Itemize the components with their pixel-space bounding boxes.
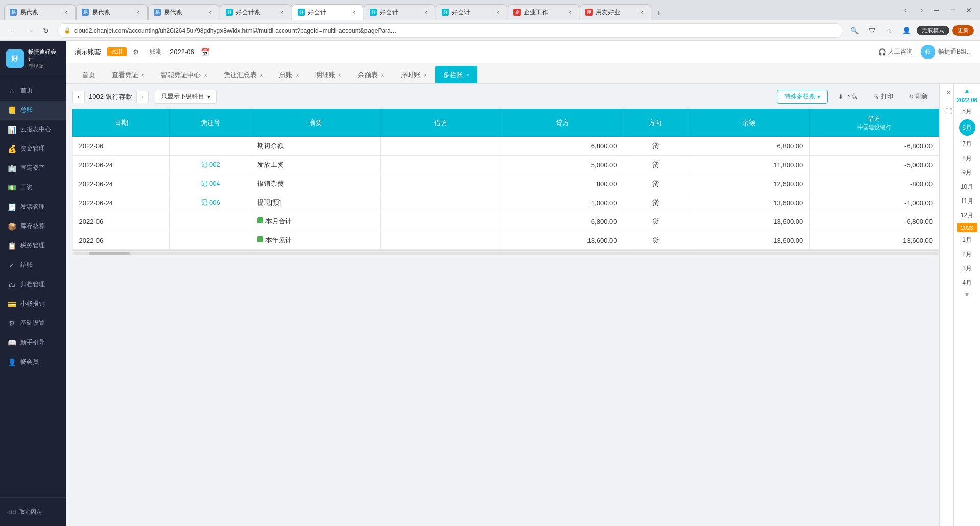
- close-window-button[interactable]: ✕: [962, 3, 976, 17]
- month-item-7月[interactable]: 7月: [956, 137, 978, 151]
- content-tab-home[interactable]: 首页: [75, 66, 103, 83]
- horizontal-scrollbar[interactable]: [72, 250, 939, 256]
- new-tab-button[interactable]: +: [652, 6, 666, 20]
- month-scroll-up[interactable]: ▲: [960, 86, 974, 96]
- month-item-10月[interactable]: 10月: [956, 180, 978, 193]
- sidebar-item-inventory[interactable]: 📦库存核算: [0, 217, 66, 236]
- content-tab-detail_ledger[interactable]: 明细账×: [308, 66, 349, 83]
- voucher-link[interactable]: 记-006: [201, 198, 220, 206]
- tab-close-button[interactable]: ×: [62, 8, 70, 16]
- tab-close-button[interactable]: ×: [206, 8, 214, 16]
- content-tab-smart_center[interactable]: 智能凭证中心×: [153, 66, 214, 83]
- browser-tab-3[interactable]: 易易代账×: [148, 4, 219, 20]
- month-item-6月[interactable]: 6月: [959, 119, 975, 136]
- voucher-link[interactable]: 记-002: [201, 161, 220, 168]
- tab-close-button[interactable]: ×: [350, 8, 358, 16]
- month-item-12月[interactable]: 12月: [956, 209, 978, 222]
- tab-close-icon[interactable]: ×: [424, 72, 427, 78]
- content-tab-sequence_ledger[interactable]: 序时账×: [393, 66, 434, 83]
- tab-close-icon[interactable]: ×: [381, 72, 384, 78]
- forward-button[interactable]: →: [22, 23, 37, 38]
- voucher-link[interactable]: 记-004: [201, 180, 220, 187]
- unpin-button[interactable]: ◁◁ 取消固定: [0, 503, 66, 521]
- sidebar-item-tax[interactable]: 📋税务管理: [0, 236, 66, 256]
- browser-tab-7[interactable]: 好好会计×: [436, 4, 507, 20]
- minimize-button[interactable]: ─: [929, 3, 943, 17]
- tab-close-button[interactable]: ×: [278, 8, 286, 16]
- sidebar-item-assets[interactable]: 🏢固定资产: [0, 159, 66, 178]
- sidebar-item-closing[interactable]: ✓结账: [0, 256, 66, 275]
- tab-close-icon[interactable]: ×: [141, 72, 144, 78]
- sidebar-item-expense[interactable]: 💳小畅报销: [0, 294, 66, 314]
- maximize-button[interactable]: ▭: [945, 3, 960, 17]
- content-tab-voucher_summary[interactable]: 凭证汇总表×: [216, 66, 271, 83]
- filter-dropdown[interactable]: 只显示下级科目 ▾: [155, 90, 217, 104]
- calendar-icon[interactable]: 📅: [201, 48, 209, 56]
- gear-icon-settings[interactable]: ⚙: [133, 48, 139, 56]
- account-next-button[interactable]: ›: [136, 91, 149, 103]
- tab-close-button[interactable]: ×: [638, 8, 646, 16]
- month-item-8月[interactable]: 8月: [956, 152, 978, 165]
- scrollbar-handle[interactable]: [89, 252, 130, 255]
- sidebar-item-report[interactable]: 📊云报表中心: [0, 120, 66, 139]
- refresh-button[interactable]: ↻ 刷新: [903, 90, 933, 103]
- cell-6: 6,800.00: [688, 137, 810, 156]
- multi-ledger-button[interactable]: 特殊多栏账 ▾: [777, 90, 828, 104]
- browser-tab-8[interactable]: 企企业工作×: [508, 4, 579, 20]
- browser-tab-5[interactable]: 好好会计×: [292, 4, 363, 20]
- sidebar-item-home[interactable]: ⌂首页: [0, 81, 66, 101]
- back-button[interactable]: ←: [6, 23, 20, 38]
- sidebar-item-invoice[interactable]: 🧾发票管理: [0, 197, 66, 217]
- profile-icon-btn[interactable]: 👤: [899, 23, 914, 38]
- content-tab-multi_column[interactable]: 多栏账×: [435, 66, 477, 83]
- cell-1[interactable]: 记-002: [170, 156, 251, 174]
- month-item-4月[interactable]: 4月: [956, 276, 978, 289]
- content-tab-balance_table[interactable]: 余额表×: [350, 66, 391, 83]
- print-button[interactable]: 🖨 打印: [868, 90, 898, 103]
- month-scroll-down[interactable]: ▼: [960, 290, 974, 300]
- browser-tab-6[interactable]: 好好会计×: [364, 4, 435, 20]
- tab-close-icon[interactable]: ×: [204, 72, 207, 78]
- sidebar-item-settings[interactable]: ⚙基础设置: [0, 314, 66, 333]
- sidebar-item-fund[interactable]: 💰资金管理: [0, 139, 66, 159]
- update-button[interactable]: 更新: [952, 25, 974, 36]
- download-button[interactable]: ⬇ 下载: [833, 90, 863, 103]
- sidebar-item-guide[interactable]: 📖新手引导: [0, 333, 66, 353]
- tab-close-icon[interactable]: ×: [260, 72, 263, 78]
- tab-close-button[interactable]: ×: [134, 8, 142, 16]
- reload-button[interactable]: ↻: [39, 23, 53, 38]
- tab-scroll-left[interactable]: ‹: [898, 3, 913, 17]
- search-icon-btn[interactable]: 🔍: [847, 23, 862, 38]
- month-item-2月[interactable]: 2月: [956, 247, 978, 261]
- tab-scroll-right[interactable]: ›: [915, 3, 929, 17]
- star-icon-btn[interactable]: ☆: [882, 23, 896, 38]
- cell-1[interactable]: 记-004: [170, 174, 251, 193]
- sidebar-item-ledger[interactable]: 📒总账: [0, 101, 66, 120]
- month-item-11月[interactable]: 11月: [956, 194, 978, 208]
- sidebar-item-salary[interactable]: 💵工资: [0, 178, 66, 197]
- shield-icon-btn[interactable]: 🛡: [865, 23, 879, 38]
- tab-close-icon[interactable]: ×: [466, 72, 469, 78]
- tab-close-button[interactable]: ×: [566, 8, 574, 16]
- sidebar-item-member[interactable]: 👤畅会员: [0, 353, 66, 372]
- sidebar-item-label: 新手引导: [20, 338, 45, 347]
- month-item-1月[interactable]: 1月: [956, 233, 978, 246]
- content-tab-view_voucher[interactable]: 查看凭证×: [104, 66, 152, 83]
- browser-tab-4[interactable]: 好好会计账×: [220, 4, 291, 20]
- tab-close-icon[interactable]: ×: [338, 72, 341, 78]
- month-item-3月[interactable]: 3月: [956, 262, 978, 275]
- tab-close-icon[interactable]: ×: [296, 72, 299, 78]
- cell-1[interactable]: 记-006: [170, 193, 251, 212]
- consultant-button[interactable]: 🎧 人工咨询: [878, 47, 913, 56]
- tab-close-button[interactable]: ×: [422, 8, 430, 16]
- address-input[interactable]: 🔒 cloud2.chanjet.com/accounting/uh26t264…: [57, 23, 843, 38]
- account-prev-button[interactable]: ‹: [72, 91, 85, 103]
- month-item-5月[interactable]: 5月: [956, 105, 978, 118]
- tab-close-button[interactable]: ×: [494, 8, 502, 16]
- browser-tab-2[interactable]: 易易代账×: [76, 4, 148, 20]
- browser-tab-9[interactable]: 用用友好业×: [580, 4, 651, 20]
- browser-tab-1[interactable]: 易易代账×: [4, 4, 76, 20]
- sidebar-item-archive[interactable]: 🗂归档管理: [0, 275, 66, 294]
- month-item-9月[interactable]: 9月: [956, 166, 978, 179]
- content-tab-general_ledger[interactable]: 总账×: [272, 66, 306, 83]
